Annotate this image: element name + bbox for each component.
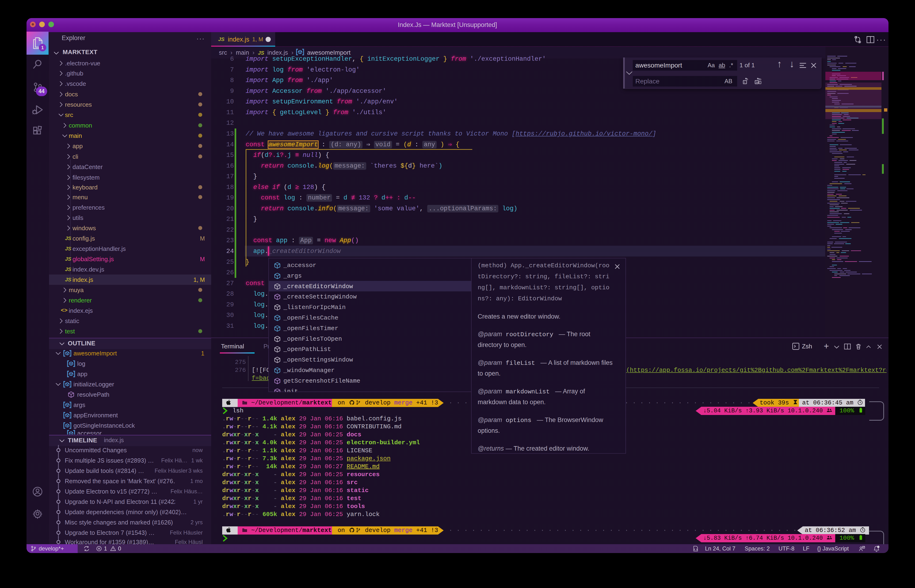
svg-text:ac: ac xyxy=(756,81,759,84)
svg-text:c: c xyxy=(744,81,745,84)
svg-text:b: b xyxy=(747,78,748,81)
svg-text:ab: ab xyxy=(758,78,761,81)
